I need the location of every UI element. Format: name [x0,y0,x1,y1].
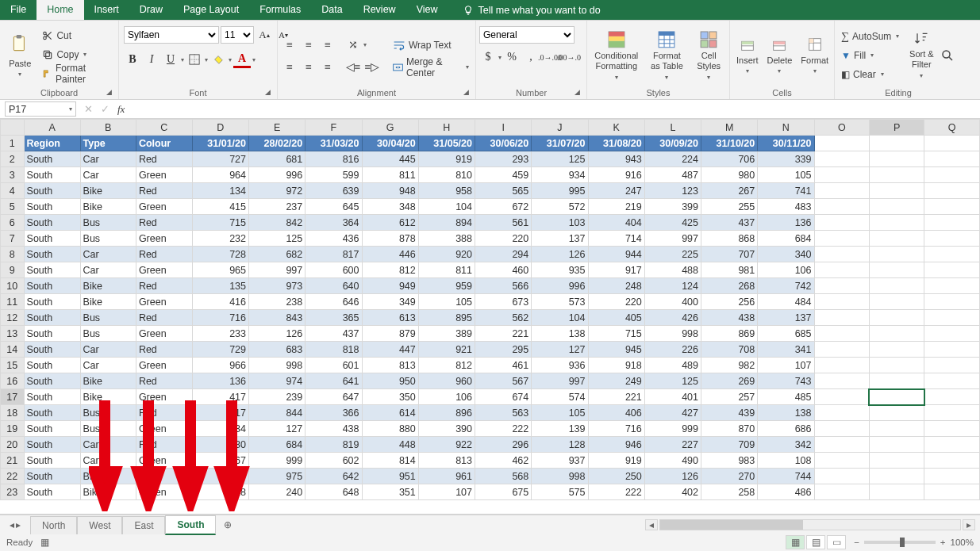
cell[interactable]: Colour [136,136,192,151]
find-select-button[interactable] [940,29,955,81]
cell[interactable] [924,247,980,262]
decrease-decimal-button[interactable]: .00→.0 [560,48,578,66]
cell[interactable]: 106 [418,389,475,405]
cell[interactable]: Red [136,183,192,199]
cell[interactable] [869,247,924,262]
cell[interactable]: 561 [475,215,532,231]
cell[interactable]: 248 [588,278,644,294]
cell[interactable] [869,215,924,231]
cell[interactable]: 715 [192,215,248,231]
cell[interactable]: 715 [588,326,644,342]
cell[interactable]: 417 [192,389,248,405]
cell[interactable] [924,183,980,199]
cell[interactable]: 999 [644,421,701,437]
cell[interactable]: 937 [532,453,588,469]
cell[interactable]: 123 [644,183,701,199]
fx-icon[interactable]: fx [117,103,125,116]
delete-cells-button[interactable]: Delete▾ [764,29,796,81]
cell[interactable]: 267 [701,183,758,199]
cell[interactable]: 813 [362,358,418,373]
cell[interactable]: South [24,294,80,310]
orientation-button[interactable]: ⤮ [344,36,362,54]
cell[interactable]: 404 [588,215,644,231]
cell[interactable]: Green [136,389,192,405]
cell[interactable]: 980 [701,167,758,183]
cell[interactable]: 714 [588,231,644,247]
cell[interactable]: 943 [588,151,644,167]
cell[interactable]: 486 [758,484,814,500]
cell[interactable]: Car [80,262,136,278]
cell[interactable]: Bus [80,310,136,326]
row-header[interactable]: 9 [1,262,25,278]
cell[interactable]: 415 [192,199,248,215]
cell[interactable]: 707 [701,247,758,262]
cell[interactable]: 227 [644,437,701,453]
cell[interactable]: 682 [249,247,306,262]
cell[interactable]: Bus [80,421,136,437]
cell[interactable]: 945 [588,342,644,358]
cell[interactable]: South [24,215,80,231]
cell[interactable]: 568 [475,469,532,484]
cell[interactable]: Region [24,136,80,151]
cell[interactable]: 389 [418,326,475,342]
view-normal-button[interactable]: ▦ [786,535,805,549]
cell[interactable]: 127 [532,342,588,358]
cell[interactable]: Car [80,151,136,167]
cell[interactable]: 108 [758,453,814,469]
cell[interactable]: 483 [758,199,814,215]
row-header[interactable]: 4 [1,183,25,199]
sheet-tab-east[interactable]: East [122,516,165,534]
cell[interactable]: 917 [588,262,644,278]
cell[interactable]: 269 [701,373,758,389]
tab-draw[interactable]: Draw [129,0,173,20]
cell[interactable]: 959 [418,278,475,294]
cell[interactable]: 648 [306,484,362,500]
cell[interactable]: 339 [758,151,814,167]
cell[interactable]: South [24,231,80,247]
cell[interactable]: 966 [192,358,248,373]
cell[interactable]: South [24,484,80,500]
cell[interactable]: 31/01/20 [192,136,248,151]
cell[interactable]: 894 [418,215,475,231]
cell[interactable]: 936 [532,358,588,373]
cell[interactable] [924,342,980,358]
cell[interactable] [869,167,924,183]
cell[interactable]: Green [136,199,192,215]
cell[interactable]: Bike [80,484,136,500]
cell[interactable] [814,151,869,167]
cell[interactable]: 983 [701,453,758,469]
cell[interactable]: Bike [80,199,136,215]
copy-button[interactable]: Copy▾ [39,46,115,63]
cell[interactable]: 219 [588,199,644,215]
cell[interactable]: 127 [249,421,306,437]
cell[interactable]: 105 [532,405,588,421]
cell[interactable]: Type [80,136,136,151]
col-header-A[interactable]: A [24,120,80,136]
cell[interactable]: Red [136,469,192,484]
cell[interactable]: 445 [362,151,418,167]
cell[interactable]: 351 [362,484,418,500]
name-box[interactable]: P17▾ [5,101,76,117]
col-header-B[interactable]: B [80,120,136,136]
macro-record-icon[interactable]: ▦ [40,537,49,548]
cell[interactable]: 921 [418,342,475,358]
cell[interactable]: Red [136,342,192,358]
cell[interactable]: 728 [192,247,248,262]
cell[interactable] [924,151,980,167]
cell[interactable]: 222 [475,421,532,437]
cell[interactable] [869,405,924,421]
cell[interactable] [814,167,869,183]
row-header[interactable]: 1 [1,136,25,151]
cell[interactable]: Green [136,294,192,310]
cell[interactable]: Red [136,247,192,262]
font-color-button[interactable]: A [233,51,251,68]
cell[interactable] [869,453,924,469]
cell[interactable] [924,405,980,421]
cell[interactable]: Bus [80,326,136,342]
tab-view[interactable]: View [406,0,448,20]
col-header-C[interactable]: C [136,120,192,136]
cell[interactable]: 683 [249,342,306,358]
cell[interactable]: 602 [306,453,362,469]
cell[interactable]: 221 [588,389,644,405]
cell[interactable]: Green [136,262,192,278]
